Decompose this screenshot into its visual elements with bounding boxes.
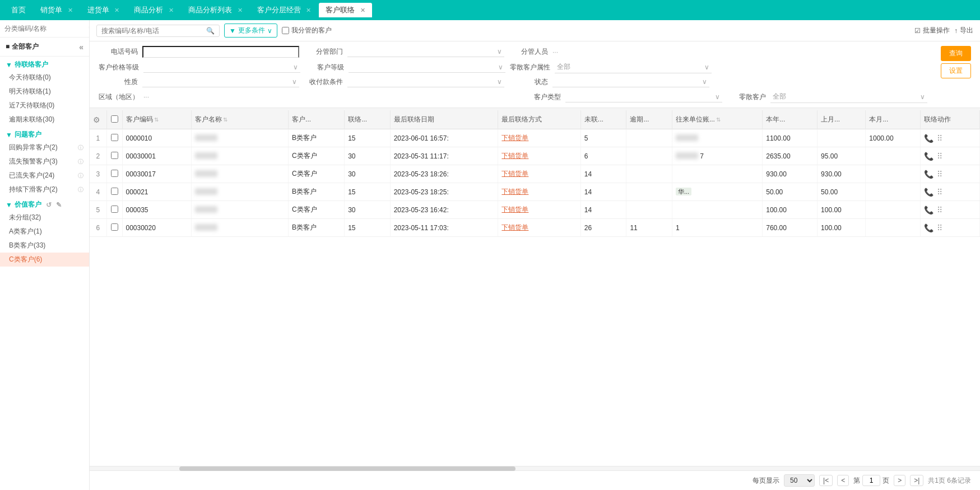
select-all-checkbox[interactable] [111, 115, 118, 123]
refresh-icon[interactable]: ↺ [46, 201, 52, 209]
sidebar-abnormal-repurchase[interactable]: 回购异常客户(2)ⓘ [0, 141, 89, 155]
row-checkbox-4[interactable] [106, 183, 122, 201]
row-checkbox-5[interactable] [106, 201, 122, 219]
nav-purchase-close[interactable]: ✕ [114, 7, 119, 13]
nav-sales[interactable]: 销货单 ✕ [34, 3, 80, 17]
settings-button[interactable]: 设置 [941, 63, 971, 78]
filter-nature-select[interactable]: ∨ [142, 77, 299, 87]
sidebar-class-a[interactable]: A类客户(1) [0, 225, 89, 239]
filter-price-grade-select[interactable]: ∨ [143, 62, 300, 73]
row-checkbox-2[interactable] [106, 147, 122, 165]
gear-icon[interactable]: ⚙ [93, 115, 100, 124]
nav-customer-tier[interactable]: 客户分层经营 ✕ [250, 3, 318, 17]
sort-code-icon[interactable]: ⇅ [154, 116, 159, 123]
nav-purchase[interactable]: 进货单 ✕ [81, 3, 127, 17]
collapse-icon[interactable]: « [79, 43, 83, 52]
action-phone-2[interactable]: 📞 [924, 152, 933, 161]
sidebar-class-b[interactable]: B类客户(33) [0, 239, 89, 253]
link-sales-4[interactable]: 下销货单 [501, 188, 528, 195]
more-filters-btn[interactable]: ▼ 更多条件 ∨ [224, 24, 277, 38]
row-contact-days-4: 15 [345, 183, 391, 201]
row-num-1: 1 [90, 129, 106, 147]
row-last-month-6: 100.00 [818, 219, 866, 237]
action-phone-1[interactable]: 📞 [924, 134, 933, 143]
nav-product-analysis[interactable]: 商品分析 ✕ [127, 3, 180, 17]
sidebar-unclassified[interactable]: 未分组(32) [0, 211, 89, 225]
filter-status-select[interactable]: ∨ [552, 77, 709, 87]
last-page-btn[interactable]: >| [910, 475, 923, 486]
prev-page-btn[interactable]: < [837, 475, 849, 486]
main-search-input[interactable] [101, 27, 206, 35]
sort-name-icon[interactable]: ⇅ [223, 116, 227, 123]
filter-retail-label: 零散客户 [727, 92, 766, 102]
action-more-4[interactable]: ⠿ [937, 188, 942, 197]
row-checkbox-1[interactable] [106, 129, 122, 147]
link-sales-5[interactable]: 下销货单 [501, 206, 528, 213]
sidebar-class-c[interactable]: C类客户(6) [0, 253, 89, 267]
action-phone-5[interactable]: 📞 [924, 206, 933, 214]
sidebar-search-input[interactable] [4, 25, 89, 32]
nav-product-analysis-close[interactable]: ✕ [169, 7, 174, 13]
sidebar-overdue-contact[interactable]: 逾期未联络(30) [0, 113, 89, 127]
action-phone-3[interactable]: 📞 [924, 170, 933, 179]
next-page-btn[interactable]: > [894, 475, 905, 486]
sidebar-churn-warning[interactable]: 流失预警客户(3)ⓘ [0, 155, 89, 169]
row-checkbox-6[interactable] [106, 219, 122, 237]
page-number-input[interactable] [862, 475, 880, 486]
row-overdue-4 [626, 183, 672, 201]
row-overdue-3 [626, 165, 672, 183]
filter-retail-select[interactable]: 全部∨ [770, 91, 927, 103]
filter-cust-grade-select[interactable]: ∨ [349, 62, 505, 73]
nav-home[interactable]: 首页 [4, 3, 32, 17]
edit-icon[interactable]: ✎ [56, 201, 62, 209]
sidebar-churned[interactable]: 已流失客户(24)ⓘ [0, 169, 89, 183]
action-more-2[interactable]: ⠿ [937, 152, 942, 161]
filter-region-ellipsis[interactable]: ··· [143, 93, 517, 101]
filter-phone-input[interactable] [142, 46, 299, 58]
action-phone-4[interactable]: 📞 [924, 188, 933, 197]
filter-dept-select[interactable]: ∨ [347, 46, 504, 57]
filter-retail-attr-select[interactable]: 全部∨ [555, 61, 712, 73]
row-code-6: 00030020 [122, 219, 191, 237]
my-customers-checkbox-label[interactable]: 我分管的客户 [282, 26, 332, 35]
link-sales-2[interactable]: 下销货单 [501, 152, 528, 160]
link-sales-6[interactable]: 下销货单 [501, 223, 528, 231]
nav-product-list-close[interactable]: ✕ [238, 7, 243, 13]
sidebar-today-contact[interactable]: 今天待联络(0) [0, 71, 89, 85]
nav-customer-contact-close[interactable]: ✕ [360, 7, 365, 13]
query-button[interactable]: 查询 [941, 46, 971, 61]
first-page-btn[interactable]: |< [819, 475, 833, 486]
action-phone-6[interactable]: 📞 [924, 223, 933, 232]
horizontal-scrollbar[interactable] [90, 466, 980, 470]
sidebar-search-box[interactable]: 🔍 [0, 20, 89, 38]
action-more-3[interactable]: ⠿ [937, 170, 942, 179]
main-search-icon[interactable]: 🔍 [206, 27, 215, 35]
sidebar-all-customers[interactable]: ■ 全部客户 « [0, 38, 89, 57]
batch-operations-btn[interactable]: ☑ 批量操作 [914, 26, 950, 35]
filter-cust-type-select[interactable]: ∨ [565, 92, 722, 102]
export-btn[interactable]: ↑ 导出 [954, 26, 973, 35]
scroll-thumb[interactable] [179, 466, 515, 471]
nav-customer-tier-close[interactable]: ✕ [306, 7, 311, 13]
filter-manager-ellipsis[interactable]: ··· [552, 48, 558, 56]
main-search-box[interactable]: 🔍 [96, 25, 220, 37]
row-last-method-4: 下销货单 [498, 183, 580, 201]
my-customers-checkbox[interactable] [282, 27, 289, 34]
sidebar-week-contact[interactable]: 近7天待联络(0) [0, 99, 89, 113]
nav-sales-close[interactable]: ✕ [68, 7, 73, 13]
th-actions: 联络动作 [921, 110, 980, 129]
action-more-5[interactable]: ⠿ [937, 206, 942, 214]
nav-customer-contact[interactable]: 客户联络 ✕ [319, 3, 372, 17]
filter-payment-select[interactable]: ∨ [347, 77, 504, 87]
link-sales-3[interactable]: 下销货单 [501, 170, 528, 178]
sort-account-icon[interactable]: ⇅ [716, 116, 721, 123]
filter-row-2: 客户价格等级 ∨ 客户等级 ∨ 零散客户属性 全部∨ [99, 61, 927, 73]
row-checkbox-3[interactable] [106, 165, 122, 183]
sidebar-tomorrow-contact[interactable]: 明天待联络(1) [0, 85, 89, 99]
page-size-select[interactable]: 50 100 200 [784, 474, 815, 487]
action-more-1[interactable]: ⠿ [937, 134, 942, 143]
action-more-6[interactable]: ⠿ [937, 223, 942, 232]
sidebar-declining[interactable]: 持续下滑客户(2)ⓘ [0, 183, 89, 197]
nav-product-list[interactable]: 商品分析列表 ✕ [182, 3, 249, 17]
link-sales-1[interactable]: 下销货单 [501, 134, 528, 142]
